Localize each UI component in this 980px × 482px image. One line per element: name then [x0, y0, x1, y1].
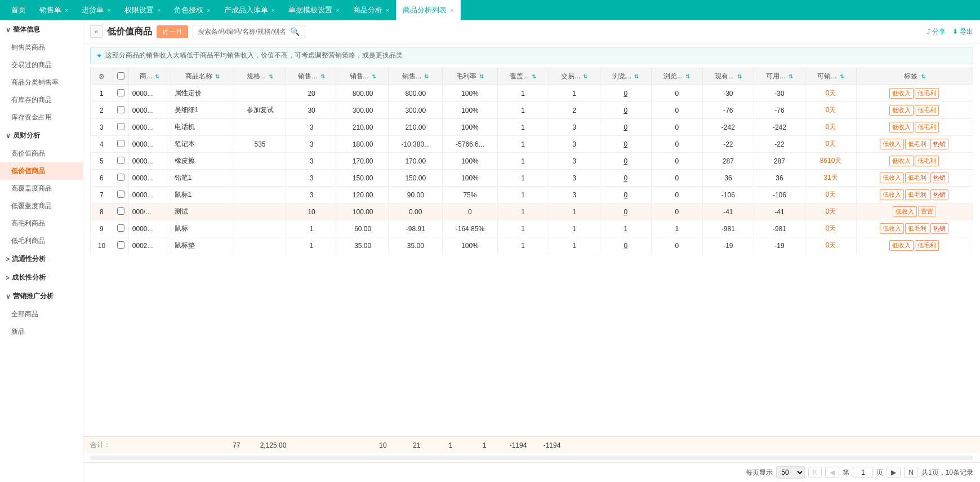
sidebar-item-high-margin[interactable]: 高毛利商品	[0, 215, 83, 232]
th-views2[interactable]: 浏览... ⇅	[651, 68, 702, 85]
th-settings[interactable]: ⚙	[91, 68, 113, 85]
sidebar-item-inventory-funds[interactable]: 库存资金占用	[0, 109, 83, 126]
th-sales-amount[interactable]: 销售... ⇅	[337, 68, 389, 85]
cell-checkbox[interactable]	[113, 102, 128, 119]
horizontal-scrollbar[interactable]	[90, 456, 973, 460]
cell-checkbox[interactable]	[113, 136, 128, 153]
nav-close-sales-order[interactable]: ×	[65, 7, 68, 14]
nav-close-purchase[interactable]: ×	[107, 7, 110, 14]
row-checkbox[interactable]	[117, 191, 124, 198]
row-checkbox[interactable]	[117, 106, 124, 113]
first-page-button[interactable]: K	[808, 467, 822, 478]
nav-sales-order[interactable]: 销售单 ×	[33, 0, 75, 20]
nav-roles[interactable]: 角色授权 ×	[167, 0, 217, 20]
th-views1[interactable]: 浏览... ⇅	[600, 68, 651, 85]
th-checkbox[interactable]	[113, 68, 128, 85]
row-checkbox[interactable]	[117, 123, 124, 130]
nav-close-analysis-list[interactable]: ×	[450, 7, 453, 14]
cell-views1[interactable]: 0	[600, 170, 651, 187]
cell-views1[interactable]: 0	[600, 85, 651, 102]
share-button[interactable]: ⤴ 分享	[927, 27, 946, 37]
select-all-checkbox[interactable]	[117, 72, 124, 79]
nav-close-analysis[interactable]: ×	[386, 7, 389, 14]
th-available[interactable]: 可用... ⇅	[754, 68, 805, 85]
views1-link[interactable]: 1	[623, 225, 627, 233]
views1-link[interactable]: 0	[623, 157, 627, 165]
sidebar-group-circulation[interactable]: > 流通性分析	[0, 250, 83, 268]
th-gross-margin[interactable]: 毛利率 ⇅	[443, 68, 497, 85]
views1-link[interactable]: 0	[623, 107, 627, 114]
search-input[interactable]	[198, 28, 288, 36]
row-checkbox[interactable]	[117, 207, 124, 215]
cell-checkbox[interactable]	[113, 237, 128, 254]
filter-recent-month-button[interactable]: 近一月	[157, 25, 188, 38]
page-size-select[interactable]: 50 100 200	[776, 466, 805, 479]
sidebar-item-stock-products[interactable]: 有库存的商品	[0, 91, 83, 109]
th-sales-qty[interactable]: 销售... ⇅	[286, 68, 337, 85]
nav-product-analysis[interactable]: 商品分析 ×	[346, 0, 396, 20]
nav-close-warehouse[interactable]: ×	[271, 7, 275, 14]
row-checkbox[interactable]	[117, 140, 124, 147]
export-button[interactable]: ⬇ 导出	[952, 27, 973, 37]
th-name[interactable]: 商品名称 ⇅	[171, 68, 234, 85]
th-tags[interactable]: 标签 ⇅	[857, 68, 973, 85]
cell-views1[interactable]: 0	[600, 153, 651, 170]
views1-link[interactable]: 0	[623, 174, 627, 182]
th-transactions[interactable]: 交易... ⇅	[549, 68, 600, 85]
views1-link[interactable]: 0	[623, 140, 627, 148]
sidebar-item-low-coverage[interactable]: 低覆盖度商品	[0, 197, 83, 215]
sidebar-group-marketing[interactable]: ∨ 营销推广分析	[0, 287, 83, 306]
nav-close-roles[interactable]: ×	[207, 7, 210, 14]
cell-views1[interactable]: 1	[600, 220, 651, 237]
sidebar-item-traded-products[interactable]: 交易过的商品	[0, 56, 83, 74]
views1-link[interactable]: 0	[623, 208, 627, 216]
row-checkbox[interactable]	[117, 174, 124, 181]
sidebar-item-low-margin[interactable]: 低毛利商品	[0, 232, 83, 250]
cell-views1[interactable]: 0	[600, 237, 651, 254]
cell-views1[interactable]: 0	[600, 187, 651, 204]
views1-link[interactable]: 0	[623, 90, 627, 98]
row-checkbox[interactable]	[117, 89, 124, 96]
cell-views1[interactable]: 0	[600, 204, 651, 220]
nav-close-permissions[interactable]: ×	[157, 7, 161, 14]
sidebar-item-high-value[interactable]: 高价值商品	[0, 145, 83, 162]
sidebar-group-financial[interactable]: ∨ 员财分析	[0, 126, 83, 145]
search-icon[interactable]: 🔍	[290, 27, 300, 36]
next-page-button[interactable]: ▶	[887, 467, 901, 478]
sidebar-item-all-products[interactable]: 全部商品	[0, 306, 83, 323]
nav-product-analysis-list[interactable]: 商品分析列表 ×	[396, 0, 460, 20]
nav-permissions[interactable]: 权限设置 ×	[118, 0, 167, 20]
th-saleable[interactable]: 可销... ⇅	[805, 68, 857, 85]
cell-checkbox[interactable]	[113, 170, 128, 187]
th-coverage[interactable]: 覆盖... ⇅	[497, 68, 549, 85]
cell-checkbox[interactable]	[113, 85, 128, 102]
th-spec[interactable]: 规格... ⇅	[234, 68, 286, 85]
nav-close-template[interactable]: ×	[336, 7, 339, 14]
cell-checkbox[interactable]	[113, 119, 128, 136]
sidebar-item-new-products[interactable]: 新品	[0, 323, 83, 341]
nav-product-warehouse[interactable]: 产成品入库单 ×	[217, 0, 282, 20]
cell-views1[interactable]: 0	[600, 119, 651, 136]
cell-checkbox[interactable]	[113, 204, 128, 220]
sidebar-group-overall[interactable]: ∨ 整体信息	[0, 20, 83, 39]
th-sales-cost[interactable]: 销售... ⇅	[389, 68, 443, 85]
th-current[interactable]: 现有... ⇅	[702, 68, 754, 85]
nav-purchase-order[interactable]: 进货单 ×	[75, 0, 117, 20]
views1-link[interactable]: 0	[623, 123, 627, 131]
views1-link[interactable]: 0	[623, 242, 627, 250]
sidebar-item-category-sales-rate[interactable]: 商品分类销售率	[0, 74, 83, 91]
row-checkbox[interactable]	[117, 157, 124, 164]
row-checkbox[interactable]	[117, 241, 124, 249]
row-checkbox[interactable]	[117, 224, 124, 232]
last-page-button[interactable]: N	[904, 467, 918, 478]
sidebar-item-sales-products[interactable]: 销售类商品	[0, 39, 83, 56]
cell-checkbox[interactable]	[113, 220, 128, 237]
views1-link[interactable]: 0	[623, 191, 627, 199]
th-code[interactable]: 商... ⇅	[128, 68, 171, 85]
cell-checkbox[interactable]	[113, 153, 128, 170]
sidebar-item-high-coverage[interactable]: 高覆盖度商品	[0, 180, 83, 197]
cell-views1[interactable]: 0	[600, 136, 651, 153]
collapse-sidebar-button[interactable]: «	[90, 25, 103, 38]
cell-views1[interactable]: 0	[600, 102, 651, 119]
nav-template-settings[interactable]: 单据模板设置 ×	[282, 0, 346, 20]
